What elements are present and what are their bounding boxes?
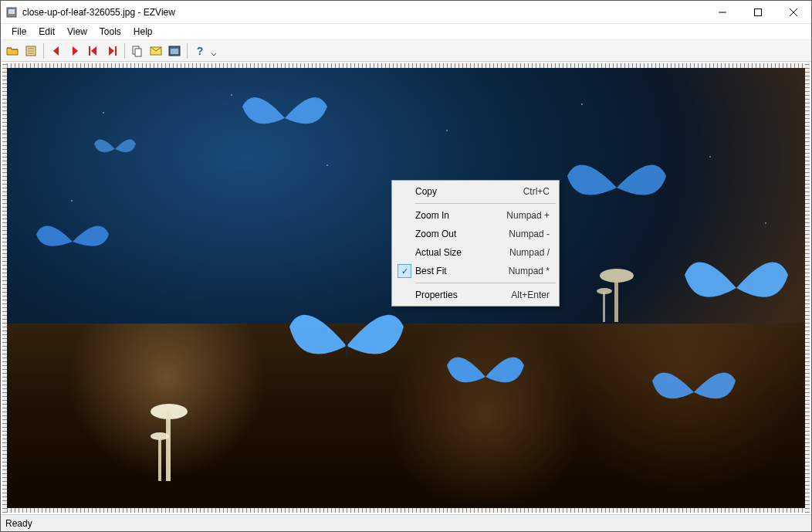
toolbar: ? (1, 40, 811, 62)
svg-rect-10 (89, 46, 90, 56)
ctx-label: Zoom In (415, 210, 449, 221)
copy-icon[interactable] (129, 42, 146, 59)
open-icon[interactable] (4, 42, 21, 59)
content-area: Copy Ctrl+C Zoom In Numpad + Zoom Out Nu… (1, 62, 811, 514)
toolbar-separator (187, 43, 188, 59)
svg-rect-3 (755, 8, 762, 15)
svg-rect-16 (171, 49, 178, 54)
maximize-button[interactable] (740, 1, 776, 24)
image-butterfly (678, 238, 794, 338)
ctx-best-fit[interactable]: ✓ Best Fit Numpad * (394, 262, 557, 280)
ctx-label: Zoom Out (415, 229, 456, 239)
image-butterfly (648, 354, 740, 431)
ctx-shortcut: Numpad + (506, 210, 550, 221)
prev-icon[interactable] (48, 42, 65, 59)
ctx-properties[interactable]: Properties Alt+Enter (394, 286, 557, 304)
status-bar: Ready (1, 514, 811, 531)
svg-rect-23 (614, 276, 618, 322)
image-butterfly (285, 292, 408, 400)
help-icon[interactable]: ? (191, 42, 208, 59)
ctx-label: Properties (415, 290, 458, 300)
ruler-bottom (7, 508, 805, 513)
image-butterfly (563, 145, 671, 230)
svg-rect-25 (603, 291, 605, 322)
first-icon[interactable] (85, 42, 102, 59)
ruler-right (805, 63, 810, 513)
svg-rect-11 (115, 46, 117, 56)
menu-view[interactable]: View (61, 25, 93, 39)
menu-tools[interactable]: Tools (93, 25, 127, 39)
ctx-shortcut: Ctrl+C (523, 186, 550, 197)
check-icon: ✓ (398, 264, 411, 278)
next-icon[interactable] (66, 42, 83, 59)
ctx-label: Copy (415, 186, 437, 197)
svg-rect-13 (135, 49, 141, 56)
ctx-shortcut: Alt+Enter (511, 290, 550, 300)
image-butterfly (30, 207, 115, 276)
image-butterfly (239, 80, 331, 157)
image-viewport[interactable]: Copy Ctrl+C Zoom In Numpad + Zoom Out Nu… (7, 68, 805, 508)
ctx-label: Actual Size (415, 247, 462, 258)
close-button[interactable] (776, 1, 811, 24)
toolbar-overflow-icon[interactable] (210, 42, 218, 59)
image-butterfly (443, 338, 528, 415)
menu-file[interactable]: File (5, 25, 32, 39)
ctx-separator (415, 283, 556, 283)
last-icon[interactable] (103, 42, 120, 59)
menu-help[interactable]: Help (127, 25, 159, 39)
ctx-zoom-in[interactable]: Zoom In Numpad + (394, 206, 557, 225)
scan-icon[interactable] (22, 42, 39, 59)
toolbar-separator (43, 43, 44, 59)
image-mushroom (594, 266, 640, 330)
title-bar: close-up-of-leaf-326055.jpg - EZView (1, 1, 811, 24)
email-icon[interactable] (147, 42, 164, 59)
toolbar-separator (124, 43, 125, 59)
svg-rect-1 (8, 9, 15, 14)
content-inner: Copy Ctrl+C Zoom In Numpad + Zoom Out Nu… (7, 63, 805, 513)
ctx-label: Best Fit (415, 266, 447, 276)
menu-bar: File Edit View Tools Help (1, 24, 811, 40)
window-title: close-up-of-leaf-326055.jpg - EZView (22, 7, 175, 18)
svg-text:?: ? (197, 45, 204, 57)
image-mushroom (146, 398, 192, 493)
fullscreen-icon[interactable] (166, 42, 183, 59)
image-butterfly (92, 130, 138, 168)
app-icon (5, 6, 18, 19)
minimize-button[interactable] (705, 1, 740, 24)
ctx-shortcut: Numpad / (509, 247, 550, 258)
status-text: Ready (5, 518, 32, 529)
svg-rect-19 (166, 412, 171, 481)
ctx-shortcut: Numpad - (509, 229, 550, 239)
context-menu: Copy Ctrl+C Zoom In Numpad + Zoom Out Nu… (391, 180, 560, 307)
ctx-separator (415, 203, 556, 204)
ctx-zoom-out[interactable]: Zoom Out Numpad - (394, 225, 557, 243)
window-controls (705, 1, 811, 24)
menu-edit[interactable]: Edit (32, 25, 61, 39)
ctx-copy[interactable]: Copy Ctrl+C (394, 182, 557, 201)
svg-rect-21 (158, 436, 161, 481)
ctx-shortcut: Numpad * (509, 266, 550, 276)
ctx-actual-size[interactable]: Actual Size Numpad / (394, 243, 557, 262)
